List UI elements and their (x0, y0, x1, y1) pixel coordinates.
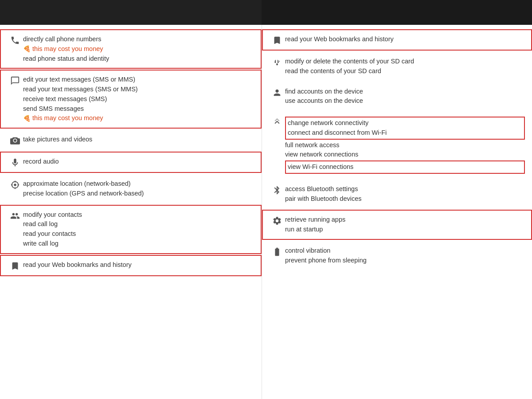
perm-line: access Bluetooth settings (285, 184, 525, 194)
bluetooth-icon (269, 184, 285, 195)
perm-text-mic: record audio (23, 157, 254, 167)
cost-warning: 🍕this may cost you money (23, 44, 254, 54)
perm-line: prevent phone from sleeping (285, 256, 525, 266)
perm-line: run at startup (285, 225, 525, 235)
perm-line: retrieve running apps (285, 215, 525, 225)
mic-icon (7, 157, 23, 168)
perm-item-battery: control vibrationprevent phone from slee… (262, 241, 532, 271)
left-permissions-list: directly call phone numbers🍕this may cos… (0, 25, 262, 399)
perm-line: edit your text messages (SMS or MMS) (23, 75, 254, 85)
perm-text-network: change network connectivityconnect and d… (285, 117, 525, 174)
perm-item-accounts: find accounts on the deviceuse accounts … (262, 82, 532, 112)
perm-line: read phone status and identity (23, 54, 254, 64)
perm-line: connect and disconnect from Wi-Fi (288, 128, 522, 138)
network-connectivity-group: change network connectivityconnect and d… (285, 117, 525, 140)
bookmark-icon (269, 35, 285, 45)
perm-line: precise location (GPS and network-based) (23, 189, 254, 199)
perm-line: record audio (23, 157, 254, 167)
perm-text-sms: edit your text messages (SMS or MMS)read… (23, 75, 254, 123)
settings-icon (269, 215, 285, 226)
perm-line: modify your contacts (23, 210, 254, 220)
contacts-icon (7, 210, 23, 221)
perm-item-sms: edit your text messages (SMS or MMS)read… (0, 70, 262, 129)
perm-item-contacts: modify your contactsread call logread yo… (0, 205, 262, 254)
cost-warning: 🍕this may cost you money (23, 113, 254, 123)
perm-line: read your Web bookmarks and history (23, 260, 254, 270)
perm-line: change network connectivity (288, 118, 522, 128)
perm-line: receive text messages (SMS) (23, 94, 254, 104)
perm-line: pair with Bluetooth devices (285, 194, 525, 204)
perm-line: write call log (23, 239, 254, 249)
svg-point-0 (14, 184, 16, 186)
sms-icon (7, 75, 23, 86)
perm-line: read your text messages (SMS or MMS) (23, 85, 254, 94)
perm-item-bluetooth: access Bluetooth settingspair with Bluet… (262, 179, 532, 209)
perm-line: read your contacts (23, 229, 254, 239)
perm-line: modify or delete the contents of your SD… (285, 57, 525, 66)
network-icon (269, 117, 285, 127)
battery-icon (269, 246, 285, 257)
app-container: directly call phone numbers🍕this may cos… (0, 0, 532, 399)
perm-item-network: change network connectivityconnect and d… (262, 111, 532, 179)
perm-text-accounts: find accounts on the deviceuse accounts … (285, 87, 525, 106)
perm-item-running: retrieve running appsrun at startup (262, 210, 532, 240)
perm-item-storage: modify or delete the contents of your SD… (262, 51, 532, 82)
perm-line: send SMS messages (23, 104, 254, 114)
perm-text-battery: control vibrationprevent phone from slee… (285, 246, 525, 266)
bookmark-icon (7, 260, 23, 271)
perm-line: directly call phone numbers (23, 35, 254, 44)
perm-item-bookmarks-right: read your Web bookmarks and history (262, 29, 532, 51)
perm-item-location: approximate location (network-based)prec… (0, 174, 262, 204)
perm-item-mic: record audio (0, 152, 262, 173)
perm-text-phone: directly call phone numbers🍕this may cos… (23, 35, 254, 63)
perm-line: use accounts on the device (285, 96, 525, 106)
camera-icon (7, 135, 23, 145)
perm-text-bluetooth: access Bluetooth settingspair with Bluet… (285, 184, 525, 204)
perm-text-running: retrieve running appsrun at startup (285, 215, 525, 235)
perm-line: read your Web bookmarks and history (285, 35, 525, 44)
perm-line: control vibration (285, 246, 525, 256)
perm-item-camera: take pictures and videos (0, 129, 262, 151)
perm-text-camera: take pictures and videos (23, 135, 254, 145)
perm-line: take pictures and videos (23, 135, 254, 145)
perm-line: read the contents of your SD card (285, 66, 525, 76)
account-icon (269, 87, 285, 98)
perm-item-bookmarks-left: read your Web bookmarks and history (0, 255, 262, 276)
right-permissions-list: read your Web bookmarks and historymodif… (262, 25, 532, 399)
perm-text-bookmarks-left: read your Web bookmarks and history (23, 260, 254, 270)
main-content: directly call phone numbers🍕this may cos… (0, 25, 532, 399)
perm-line: view network connections (285, 150, 525, 160)
phone-icon (7, 35, 23, 45)
perm-item-phone: directly call phone numbers🍕this may cos… (0, 29, 262, 69)
perm-text-bookmarks-right: read your Web bookmarks and history (285, 35, 525, 44)
perm-text-location: approximate location (network-based)prec… (23, 179, 254, 199)
perm-line: read call log (23, 219, 254, 229)
perm-text-contacts: modify your contactsread call logread yo… (23, 210, 254, 249)
usb-icon (269, 57, 285, 67)
perm-text-storage: modify or delete the contents of your SD… (285, 57, 525, 76)
perm-line: approximate location (network-based) (23, 179, 254, 189)
app-header (0, 0, 262, 25)
perm-line-wifi: view Wi-Fi connections (285, 160, 525, 174)
perm-line: find accounts on the device (285, 87, 525, 97)
location-icon (7, 179, 23, 190)
perm-line: full network access (285, 141, 525, 150)
